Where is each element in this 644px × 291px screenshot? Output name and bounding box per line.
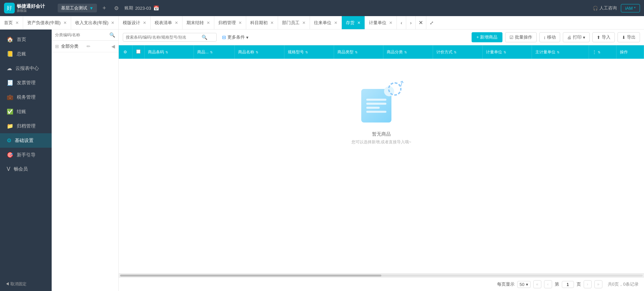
tab-subject-init-close[interactable]: ✕ bbox=[270, 20, 274, 25]
period-label-text: 账期 bbox=[124, 5, 133, 11]
th-product-name[interactable]: 商品名称 ⇅ bbox=[235, 45, 284, 59]
sidebar-item-ledger[interactable]: 📒 总账 bbox=[0, 47, 52, 61]
sidebar-item-member[interactable]: V 畅会员 bbox=[0, 162, 52, 176]
horizontal-scrollbar[interactable] bbox=[119, 273, 644, 277]
help-button[interactable]: 🎧 人工咨询 bbox=[593, 5, 617, 11]
company-selector[interactable]: 基层工会测试 ▼ bbox=[58, 4, 97, 12]
tab-tax-list[interactable]: 税表清单 ✕ bbox=[151, 16, 182, 30]
product-table: ⚙ 商品条码 ⇅ bbox=[119, 45, 644, 165]
add-product-button[interactable]: + 新增商品 bbox=[472, 32, 502, 42]
sidebar-item-close-account[interactable]: ✅ 结账 bbox=[0, 104, 52, 119]
tab-income-statement[interactable]: 收入支出表(年报) ✕ bbox=[71, 16, 119, 30]
th-settings[interactable]: ⚙ bbox=[119, 45, 132, 59]
export-button[interactable]: ⬇ 导出 bbox=[618, 32, 640, 42]
th-checkbox[interactable] bbox=[132, 45, 144, 59]
th-main-uom[interactable]: 主计量单位 ⇅ bbox=[532, 45, 589, 59]
th-action: 操作 bbox=[616, 45, 644, 59]
tab-home[interactable]: 首页 ✕ bbox=[0, 16, 23, 30]
panel-collapse-icon[interactable]: ◀ bbox=[111, 44, 115, 49]
category-all-label[interactable]: 全部分类 bbox=[61, 43, 78, 49]
th-uom[interactable]: 计量单位 ⇅ bbox=[482, 45, 532, 59]
scroll-thumb[interactable] bbox=[120, 275, 381, 277]
th-product-name-label: 商品名称 bbox=[238, 49, 254, 55]
empty-state: ↗ 暂无商品 您可以选择新增,或者直接导入哦~ bbox=[119, 59, 644, 165]
th-product-code[interactable]: 商品... ⇅ bbox=[194, 45, 235, 59]
tab-subject-init[interactable]: 科目期初 ✕ bbox=[246, 16, 278, 30]
batch-operation-button[interactable]: ☑ 批量操作 bbox=[505, 32, 537, 42]
category-search-input[interactable] bbox=[55, 33, 107, 37]
tab-uom-close[interactable]: ✕ bbox=[389, 20, 392, 25]
edit-icon[interactable]: ✏ bbox=[87, 44, 91, 49]
move-icon: ↕ bbox=[544, 35, 546, 40]
th-category-label: 商品分类 bbox=[387, 49, 403, 55]
tab-archive-close[interactable]: ✕ bbox=[238, 20, 242, 25]
tab-home-label: 首页 bbox=[4, 20, 13, 26]
page-number-input[interactable] bbox=[562, 281, 574, 288]
move-button[interactable]: ↕ 移动 bbox=[539, 32, 560, 42]
last-page-button[interactable]: » bbox=[594, 280, 602, 288]
tab-period-carry[interactable]: 期末结转 ✕ bbox=[182, 16, 214, 30]
sidebar-item-home[interactable]: 🏠 首页 bbox=[0, 32, 52, 47]
tab-prev-button[interactable]: ‹ bbox=[397, 16, 406, 30]
headset-icon: 🎧 bbox=[593, 6, 598, 11]
account-button[interactable]: iAM * bbox=[621, 4, 640, 12]
first-page-button[interactable]: « bbox=[533, 280, 541, 288]
tab-template-design-close[interactable]: ✕ bbox=[143, 20, 146, 25]
th-uom-label: 计量单位 bbox=[486, 49, 502, 55]
tab-next-button[interactable]: › bbox=[406, 16, 416, 30]
category-search-icon[interactable]: 🔍 bbox=[109, 32, 115, 38]
logo-text: 畅捷通好会计 旗舰版 bbox=[17, 3, 45, 13]
th-price-method[interactable]: 计价方式 ⇅ bbox=[433, 45, 482, 59]
sidebar-item-tax[interactable]: 💼 税务管理 bbox=[0, 90, 52, 104]
tab-inventory-close[interactable]: ✕ bbox=[357, 20, 361, 25]
tab-uom[interactable]: 计量单位 ✕ bbox=[365, 16, 397, 30]
tab-income-statement-label: 收入支出表(年报) bbox=[75, 20, 109, 26]
tab-balance-sheet-close[interactable]: ✕ bbox=[63, 20, 67, 25]
product-search-icon[interactable]: 🔍 bbox=[202, 35, 207, 40]
th-product-type[interactable]: 商品类型 ⇅ bbox=[334, 45, 383, 59]
sidebar-collapse-button[interactable]: ◀ 取消固定 bbox=[0, 277, 52, 291]
sidebar-item-basic-settings[interactable]: ⚙ 基础设置 bbox=[0, 133, 52, 148]
tab-expand-button[interactable]: ⤢ bbox=[426, 16, 437, 30]
tab-home-close[interactable]: ✕ bbox=[15, 20, 19, 25]
left-panel: 🔍 ⊞ 全部分类 ✏ ◀ bbox=[52, 30, 119, 291]
sidebar-item-cloud-reports[interactable]: ☁ 云报表中心 bbox=[0, 61, 52, 76]
th-category[interactable]: 商品分类 ⇅ bbox=[383, 45, 433, 59]
tab-close-all-button[interactable]: ✕ bbox=[416, 16, 426, 30]
select-all-checkbox[interactable] bbox=[136, 49, 141, 54]
tab-balance-sheet[interactable]: 资产负债表(中期) ✕ bbox=[23, 16, 71, 30]
tab-contacts[interactable]: 往来单位 ✕ bbox=[310, 16, 342, 30]
tab-income-statement-close[interactable]: ✕ bbox=[111, 20, 114, 25]
export-label: 导出 bbox=[627, 34, 636, 40]
th-barcode[interactable]: 商品条码 ⇅ bbox=[144, 45, 194, 59]
tab-archive-label: 归档管理 bbox=[218, 20, 236, 26]
sidebar-item-archive[interactable]: 📁 归档管理 bbox=[0, 119, 52, 133]
tab-contacts-close[interactable]: ✕ bbox=[334, 20, 337, 25]
product-search-input[interactable] bbox=[126, 35, 200, 40]
th-spec[interactable]: 规格型号 ⇅ bbox=[284, 45, 334, 59]
tab-period-carry-close[interactable]: ✕ bbox=[207, 20, 210, 25]
settings-icon[interactable]: ⚙ bbox=[112, 3, 121, 13]
tab-dept-employee[interactable]: 部门员工 ✕ bbox=[278, 16, 310, 30]
tab-dept-employee-close[interactable]: ✕ bbox=[302, 20, 306, 25]
add-tab-button[interactable]: + bbox=[100, 4, 108, 12]
more-filter-button[interactable]: ⊟ 更多条件 ▾ bbox=[219, 33, 251, 42]
page-size-select[interactable]: 50 ▾ bbox=[517, 281, 530, 288]
archive-icon: 📁 bbox=[7, 123, 13, 129]
top-bar: 好 畅捷通好会计 旗舰版 基层工会测试 ▼ + ⚙ 账期 2023-03 📅 🎧… bbox=[0, 0, 644, 16]
th-product-code-label: 商品... bbox=[197, 49, 209, 55]
sidebar-item-invoice[interactable]: 🧾 发票管理 bbox=[0, 76, 52, 90]
tab-template-design[interactable]: 模版设计 ✕ bbox=[119, 16, 151, 30]
scroll-track[interactable] bbox=[120, 275, 643, 277]
print-button[interactable]: 🖨 打印 ▾ bbox=[563, 32, 590, 42]
content-area: 🔍 ⊞ 全部分类 ✏ ◀ 🔍 bbox=[52, 30, 644, 291]
next-page-button[interactable]: › bbox=[584, 280, 592, 288]
sidebar-item-guide[interactable]: 🎯 新手引导 bbox=[0, 148, 52, 162]
tab-archive[interactable]: 归档管理 ✕ bbox=[214, 16, 246, 30]
tab-tax-list-close[interactable]: ✕ bbox=[175, 20, 178, 25]
calendar-icon[interactable]: 📅 bbox=[153, 5, 159, 11]
th-more[interactable]: ⋮ ⇅ bbox=[589, 45, 616, 59]
import-button[interactable]: ⬆ 导入 bbox=[592, 32, 615, 42]
prev-page-button[interactable]: ‹ bbox=[544, 280, 552, 288]
tab-inventory[interactable]: 存货 ✕ bbox=[342, 16, 365, 30]
